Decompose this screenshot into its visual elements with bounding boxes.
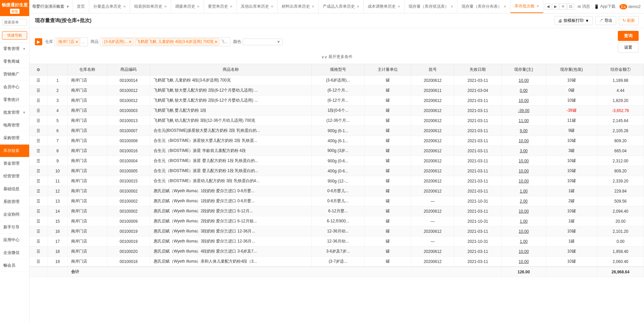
cell-qty-main[interactable]: 1.00 — [501, 186, 546, 196]
cell-gear[interactable]: ☰ — [30, 236, 48, 247]
tab-home[interactable]: 首页 — [73, 0, 89, 13]
sidebar-item-库存核算[interactable]: 库存核算 — [0, 145, 29, 157]
tab-close-btn[interactable]: ✕ — [230, 5, 232, 8]
sidebar-item-畅会员[interactable]: 畅会员 — [0, 259, 29, 272]
tab-close-btn[interactable]: ✕ — [357, 5, 359, 8]
product-tag-2-close[interactable]: ✕ — [214, 40, 218, 44]
cell-qty-main[interactable]: 10.00 — [501, 136, 546, 146]
product-more-btn[interactable]: 飞... — [221, 39, 228, 45]
nav-tab-3[interactable]: 要货单历史✕ — [204, 0, 237, 13]
cell-gear[interactable]: ☰ — [30, 96, 48, 106]
sidebar-item-系统管理[interactable]: 系统管理 — [0, 196, 29, 208]
industry-selector-arrow[interactable]: ▼ — [66, 4, 70, 9]
sidebar-item-营销推广[interactable]: 营销推广 — [0, 68, 29, 81]
cell-qty-main[interactable]: 1.00 — [501, 236, 546, 247]
cell-qty-main[interactable]: 10.00 — [501, 206, 546, 216]
sidebar-item-企业微信[interactable]: 企业微信 — [0, 247, 29, 259]
tab-close-btn[interactable]: ✕ — [123, 5, 126, 8]
product-tag-1-close[interactable]: ✕ — [128, 40, 132, 44]
nav-tab-7[interactable]: 成本调整单历史✕ — [364, 0, 405, 13]
cell-gear[interactable]: ☰ — [30, 257, 48, 267]
cell-qty-main[interactable]: 2.00 — [501, 196, 546, 206]
sidebar-item-采购管理[interactable]: 采购管理 — [0, 132, 29, 145]
sidebar-item-企业协同[interactable]: 企业协同 — [0, 208, 29, 221]
tab-close-btn[interactable]: ✕ — [450, 5, 453, 8]
tab-close-btn[interactable]: ✕ — [164, 5, 167, 8]
warehouse-tag-close[interactable]: ✕ — [75, 40, 78, 44]
message-btn[interactable]: ✉ 消息 — [578, 4, 590, 9]
col-gear[interactable]: ⚙ — [30, 64, 48, 75]
cell-gear[interactable]: ☰ — [30, 186, 48, 196]
filter-more-btn[interactable]: ... — [82, 40, 85, 44]
cell-gear[interactable]: ☰ — [30, 106, 48, 116]
sidebar-item-会员中心[interactable]: 会员中心 — [0, 81, 29, 94]
sidebar-item-基础信息[interactable]: 基础信息 — [0, 183, 29, 196]
cell-gear[interactable]: ☰ — [30, 206, 48, 216]
cell-gear[interactable]: ☰ — [30, 196, 48, 206]
cell-gear[interactable]: ☰ — [30, 126, 48, 136]
sidebar-item-零售统计[interactable]: 零售统计 — [0, 94, 29, 106]
tab-close-btn[interactable]: ✕ — [197, 5, 200, 8]
tab-close-btn[interactable]: ✕ — [397, 5, 400, 8]
cell-qty-main[interactable]: 10.00 — [501, 96, 546, 106]
sidebar-item-新手引导[interactable]: 新手引导 — [0, 221, 29, 234]
export-btn[interactable]: ↗ 导出 — [595, 16, 616, 25]
cell-gear[interactable]: ☰ — [30, 166, 48, 176]
nav-tab-10[interactable]: 库存批次账✕ — [511, 0, 543, 13]
nav-next-btn[interactable]: ▶ — [552, 3, 559, 10]
refresh-btn[interactable]: ↻ 刷新 — [619, 16, 639, 25]
cell-qty-main[interactable]: 10.00 — [501, 247, 546, 257]
nav-tab-2[interactable]: 调拨单历史✕ — [171, 0, 204, 13]
cell-gear[interactable]: ☰ — [30, 176, 48, 186]
filter-expand-btn[interactable]: ▶ — [35, 38, 42, 45]
tab-close-btn[interactable]: ✕ — [271, 5, 273, 8]
color-filter-input[interactable]: ▼ — [243, 39, 283, 45]
expand-more-btn[interactable]: ∨∨ 展开更多条件 — [35, 53, 639, 61]
nav-tab-1[interactable]: 组装拆卸单历史✕ — [130, 0, 171, 13]
color-dropdown-arrow[interactable]: ▼ — [277, 40, 281, 44]
sidebar-item-资金管理[interactable]: 资金管理 — [0, 157, 29, 170]
sidebar-item-零售商城[interactable]: 零售商城 — [0, 55, 29, 68]
tab-close-btn[interactable]: ✕ — [536, 4, 539, 8]
cell-qty-main[interactable]: 10.00 — [501, 257, 546, 267]
sidebar-item-批发管理[interactable]: 批发管理▼ — [0, 106, 29, 119]
nav-tab-4[interactable]: 其他出库单历史✕ — [237, 0, 278, 13]
template-print-btn[interactable]: 🖨 按模板打印 ▼ — [554, 16, 593, 25]
cell-gear[interactable]: ☰ — [30, 86, 48, 96]
cell-qty-main[interactable]: 1.00 — [501, 216, 546, 226]
sidebar-item-经营管理[interactable]: 经营管理 — [0, 170, 29, 183]
cell-gear[interactable]: ☰ — [30, 226, 48, 236]
nav-close-btn[interactable]: ✕ — [559, 3, 567, 10]
product-filter-tags[interactable]: (3-6岁适用)... ✕ 飞鹤星飞帆 儿童奶粉 4段(3-6岁适用) 700克… — [100, 37, 230, 46]
cell-qty-main[interactable]: 10.00 — [501, 226, 546, 236]
user-avatar[interactable]: Ea demo2 — [620, 4, 641, 9]
quick-nav-button[interactable]: 快捷导航 — [2, 31, 27, 40]
cell-qty-main[interactable]: 10.00 — [501, 156, 546, 166]
setting-btn[interactable]: 设置 — [618, 42, 639, 53]
tab-close-btn[interactable]: ✕ — [503, 5, 506, 8]
cell-gear[interactable]: ☰ — [30, 75, 48, 86]
cell-qty-main[interactable]: 3.00 — [501, 146, 546, 156]
cell-qty-main[interactable]: 11.00 — [501, 116, 546, 126]
nav-tab-9[interactable]: 现存量（库存分布表）✕ — [458, 0, 511, 13]
cell-gear[interactable]: ☰ — [30, 247, 48, 257]
nav-tab-0[interactable]: 分量盘点单历史✕ — [89, 0, 130, 13]
nav-prev-btn[interactable]: ◀ — [545, 3, 551, 10]
warehouse-filter-tags[interactable]: 南岸门店 ✕ ... — [54, 37, 88, 46]
cell-gear[interactable]: ☰ — [30, 216, 48, 226]
sidebar-item-电商管理[interactable]: 电商管理 — [0, 119, 29, 132]
cell-qty-main[interactable]: -39.00 — [501, 106, 546, 116]
nav-tab-6[interactable]: 产成品入库单历史✕ — [319, 0, 364, 13]
cell-gear[interactable]: ☰ — [30, 116, 48, 126]
cell-qty-main[interactable]: 0.00 — [501, 86, 546, 96]
cell-qty-main[interactable]: 10.00 — [501, 176, 546, 186]
search-input[interactable] — [2, 19, 27, 25]
nav-tab-8[interactable]: 现存量（库存状况表）✕ — [405, 0, 458, 13]
app-download-btn[interactable]: 📱 App下载 — [594, 4, 615, 9]
sidebar-item-零售管理[interactable]: 零售管理▼ — [0, 43, 29, 55]
search-btn[interactable]: 查询 — [618, 31, 639, 41]
cell-gear[interactable]: ☰ — [30, 156, 48, 166]
cell-qty-main[interactable]: 10.00 — [501, 166, 546, 176]
cell-gear[interactable]: ☰ — [30, 146, 48, 156]
cell-gear[interactable]: ☰ — [30, 136, 48, 146]
